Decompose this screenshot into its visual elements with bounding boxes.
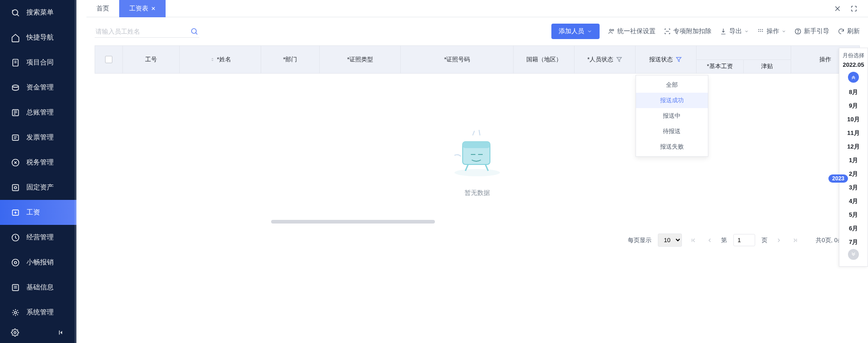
select-all-checkbox[interactable] <box>105 56 112 63</box>
sidebar-item-base-info[interactable]: 基础信息 <box>0 275 76 300</box>
grid-icon <box>757 28 764 35</box>
svg-point-40 <box>797 33 798 33</box>
sidebar-item-tax[interactable]: 税务管理 <box>0 150 76 175</box>
fullscreen-button[interactable] <box>847 2 861 15</box>
th-nationality[interactable]: 国籍（地区） <box>514 46 575 73</box>
filter-option-all[interactable]: 全部 <box>636 77 708 93</box>
th-report-status[interactable]: 报送状态 全部 报送成功 报送中 待报送 报送失败 <box>636 46 696 73</box>
filter-option-pending[interactable]: 待报送 <box>636 124 708 139</box>
th-checkbox <box>95 46 123 73</box>
filter-icon[interactable] <box>676 56 682 63</box>
page-prefix: 第 <box>721 236 727 244</box>
svg-line-29 <box>196 33 197 35</box>
th-allowance[interactable]: 津贴 <box>744 60 791 74</box>
th-name[interactable]: *姓名 <box>180 46 261 73</box>
month-scroll-down-button[interactable] <box>848 249 859 260</box>
svg-point-35 <box>762 29 763 30</box>
month-item[interactable]: 6月 <box>839 222 868 235</box>
first-page-button[interactable] <box>688 237 698 244</box>
tab-salary-sheet[interactable]: 工资表 ✕ <box>119 0 166 17</box>
toolbar: 添加人员 统一社保设置 专项附加扣除 导出 <box>86 17 868 45</box>
add-employee-button[interactable]: 添加人员 <box>551 24 600 39</box>
svg-point-24 <box>14 332 16 334</box>
sidebar-item-operation[interactable]: 经营管理 <box>0 225 76 250</box>
sidebar-item-quick-nav[interactable]: 快捷导航 <box>0 25 76 50</box>
prev-page-button[interactable] <box>705 237 715 244</box>
sidebar-item-ledger[interactable]: 总账管理 <box>0 100 76 125</box>
tax-icon <box>11 158 20 167</box>
th-dept[interactable]: *部门 <box>261 46 320 73</box>
month-item[interactable]: 3月 <box>839 181 868 194</box>
sidebar-scrollbar[interactable] <box>75 0 76 343</box>
month-item[interactable]: 8月 <box>839 85 868 99</box>
sidebar-item-search-menu[interactable]: 搜索菜单 <box>0 0 76 25</box>
operate-button[interactable]: 操作 <box>757 27 786 35</box>
sidebar-item-label: 资金管理 <box>26 83 54 92</box>
last-page-button[interactable] <box>790 237 800 244</box>
horizontal-scrollbar-track[interactable] <box>103 220 852 224</box>
month-scroll-up-button[interactable] <box>848 72 859 83</box>
button-label: 添加人员 <box>559 27 584 35</box>
close-icon[interactable]: ✕ <box>151 5 156 12</box>
month-item[interactable]: 12月 <box>839 140 868 154</box>
month-item[interactable]: 9月 <box>839 99 868 113</box>
filter-option-failed[interactable]: 报送失败 <box>636 139 708 154</box>
sidebar-item-funds[interactable]: 资金管理 <box>0 75 76 100</box>
sort-icon[interactable] <box>210 57 215 62</box>
th-id-no[interactable]: *证照号码 <box>401 46 514 73</box>
filter-option-in-progress[interactable]: 报送中 <box>636 108 708 124</box>
collapse-icon[interactable] <box>57 328 66 337</box>
salary-icon <box>11 208 20 217</box>
svg-point-43 <box>454 169 500 176</box>
sidebar-item-salary[interactable]: 工资 <box>0 200 76 225</box>
svg-point-38 <box>762 31 763 32</box>
expense-icon <box>11 258 20 267</box>
per-page-select[interactable]: 10 <box>658 234 682 247</box>
month-item[interactable]: 11月 <box>839 126 868 140</box>
th-base-salary[interactable]: *基本工资 <box>696 60 744 74</box>
sidebar-item-invoice[interactable]: 发票管理 <box>0 125 76 150</box>
horizontal-scrollbar-thumb[interactable] <box>271 220 435 224</box>
sidebar-item-label: 系统管理 <box>26 308 54 317</box>
svg-marker-41 <box>617 57 622 61</box>
svg-point-36 <box>758 31 759 32</box>
month-item[interactable]: 5月 <box>839 208 868 222</box>
refresh-icon <box>838 28 845 35</box>
pagination: 每页显示 10 第 页 共0页, 0条记录 <box>86 224 868 257</box>
month-item[interactable]: 7月 <box>839 235 868 249</box>
th-person-status[interactable]: *人员状态 <box>575 46 636 73</box>
th-id-type[interactable]: *证照类型 <box>320 46 401 73</box>
empty-illustration-icon <box>445 119 509 178</box>
filter-icon[interactable] <box>616 56 622 63</box>
refresh-button[interactable]: 刷新 <box>838 27 860 35</box>
sidebar-item-project-contract[interactable]: 项目合同 <box>0 50 76 75</box>
svg-point-33 <box>758 29 759 30</box>
sidebar-item-fixed-asset[interactable]: 固定资产 <box>0 175 76 200</box>
page-input[interactable] <box>733 234 755 246</box>
svg-point-28 <box>192 29 197 34</box>
th-worker-no[interactable]: 工号 <box>123 46 180 73</box>
sidebar-item-expense[interactable]: 小畅报销 <box>0 250 76 275</box>
svg-point-23 <box>15 311 17 313</box>
month-item[interactable]: 1月 <box>839 154 868 167</box>
sidebar-item-label: 搜索菜单 <box>26 8 54 17</box>
export-button[interactable]: 导出 <box>720 27 749 35</box>
button-label: 导出 <box>729 27 742 35</box>
guide-button[interactable]: 新手引导 <box>794 27 829 35</box>
close-all-tabs-button[interactable] <box>831 2 844 15</box>
search-icon[interactable] <box>190 27 198 35</box>
month-item[interactable]: 10月 <box>839 113 868 126</box>
social-settings-button[interactable]: 统一社保设置 <box>608 27 656 35</box>
special-deduction-button[interactable]: 专项附加扣除 <box>664 27 712 35</box>
chevron-down-icon <box>744 29 749 34</box>
filter-option-success[interactable]: 报送成功 <box>636 93 708 108</box>
tab-home[interactable]: 首页 <box>86 0 119 17</box>
init-icon <box>11 233 20 242</box>
month-item[interactable]: 4月 <box>839 194 868 208</box>
sidebar-item-label: 小畅报销 <box>26 258 54 267</box>
settings-icon[interactable] <box>11 328 19 337</box>
next-page-button[interactable] <box>774 237 784 244</box>
sidebar-item-system[interactable]: 系统管理 <box>0 300 76 325</box>
search-input[interactable] <box>96 28 188 35</box>
asset-icon <box>11 183 20 192</box>
